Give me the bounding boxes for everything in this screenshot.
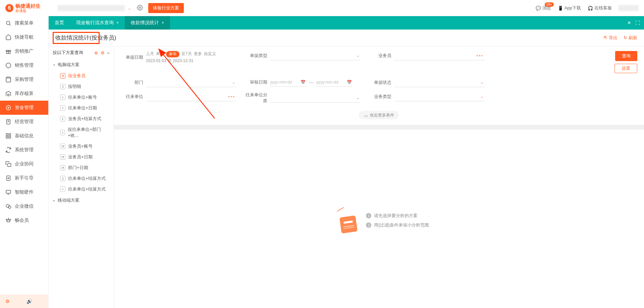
- scheme-item[interactable]: ⫿业务员+结算方式: [49, 113, 114, 124]
- svg-rect-16: [8, 163, 11, 167]
- close-icon[interactable]: ×: [116, 20, 119, 25]
- doc-type-select[interactable]: ⌄: [270, 51, 361, 60]
- settings-button[interactable]: 设置: [614, 64, 637, 73]
- scheme-group-desktop[interactable]: ▾ 电脑端方案: [49, 59, 114, 70]
- doc-status-select[interactable]: ⌄: [394, 78, 485, 87]
- filter-grid: 单据日期 上月 本月 本年 近7天 更多 自定义 20: [114, 46, 644, 109]
- step-text: 用[过滤]条件来缩小分析范围: [374, 222, 429, 228]
- calendar-icon[interactable]: 📅: [347, 80, 352, 85]
- app-download-link[interactable]: 📱 App下载: [558, 5, 581, 11]
- salesperson-select[interactable]: •••: [394, 51, 485, 60]
- chart-icon: ⟪: [60, 84, 65, 89]
- copy-icon: [5, 161, 11, 167]
- company-selector[interactable]: ⌄: [58, 5, 131, 11]
- tab-receipt-stats[interactable]: 收款情况统计 ×: [125, 16, 170, 30]
- sidebar-item-hardware[interactable]: 智能硬件: [0, 185, 48, 199]
- scheme-item[interactable]: ◔业务员+账号: [49, 141, 114, 152]
- sidebar-navigation: 搜索菜单 快捷导航 营销推广 销售管理 采购管理 库存核算: [0, 16, 48, 295]
- query-button[interactable]: 查询: [615, 51, 637, 61]
- scheme-item-label: 部门+日期: [68, 165, 88, 171]
- list-icon: ≡: [60, 105, 65, 111]
- sidebar-item-collab[interactable]: 企业协同: [0, 157, 48, 171]
- user-info[interactable]: [619, 5, 639, 11]
- online-service-link[interactable]: 🎧 在线客服: [588, 5, 612, 11]
- export-button[interactable]: ⇱ 导出: [604, 35, 618, 41]
- preset-this-year[interactable]: 本年: [166, 51, 179, 57]
- scheme-item[interactable]: ≡往来单位+日期: [49, 103, 114, 113]
- scheme-item-label: 按业务员: [68, 73, 86, 79]
- scheme-item[interactable]: ≡按往来单位+部门+收...: [49, 124, 114, 141]
- chevron-down-icon: ⌄: [480, 94, 483, 99]
- collapse-filters[interactable]: ︽ 收起更多条件: [359, 111, 399, 119]
- sidebar-item-vip[interactable]: 畅会员: [0, 213, 48, 227]
- sidebar-item-sales[interactable]: 销售管理: [0, 58, 48, 72]
- scheme-item[interactable]: ⟪按明细: [49, 81, 114, 92]
- left-sidebar: 搜索菜单 快捷导航 营销推广 销售管理 采购管理 库存核算: [0, 16, 49, 308]
- chevron-down-icon: ▾: [53, 63, 55, 67]
- scheme-group-mobile[interactable]: ▸ 移动端方案: [49, 195, 114, 206]
- placeholder-box: 1 请先选择要分析的方案 2 用[过滤]条件来缩小分析范围: [329, 208, 429, 233]
- sidebar-item-purchase[interactable]: 采购管理: [0, 72, 48, 87]
- sidebar-label: 系统管理: [15, 147, 34, 153]
- preset-7days[interactable]: 近7天: [181, 51, 192, 57]
- scheme-item[interactable]: ◔部门+日期: [49, 162, 114, 173]
- tab-label: 收款情况统计: [131, 20, 159, 26]
- svg-rect-19: [6, 190, 11, 193]
- sidebar-item-funds[interactable]: 资金管理: [0, 101, 48, 115]
- export-label: 导出: [609, 35, 618, 41]
- filter-label: 往来单位分类: [245, 92, 270, 104]
- refresh-button[interactable]: ↻ 刷新: [624, 35, 637, 41]
- scheme-item[interactable]: ≡往来单位+账号: [49, 92, 114, 103]
- filter-partner-category: 往来单位分类 ⌄: [245, 92, 369, 104]
- scheme-item[interactable]: ◔按业务员: [49, 70, 114, 81]
- scheme-header: 按以下方案查询 ⊕ ⚙ «: [49, 46, 114, 59]
- svg-point-18: [8, 178, 9, 179]
- fullscreen-icon[interactable]: ⛶: [635, 20, 640, 25]
- scheme-item[interactable]: ⟪往来单位+结算方式: [49, 173, 114, 184]
- close-icon[interactable]: ×: [162, 20, 164, 25]
- tab-home[interactable]: 首页: [49, 16, 70, 30]
- scheme-item[interactable]: ≡往来单位+结算方式: [49, 184, 114, 195]
- clock-icon: ◔: [60, 154, 65, 160]
- sidebar-item-basic[interactable]: 基础信息: [0, 129, 48, 143]
- gear-icon[interactable]: [137, 5, 143, 12]
- tab-label: 首页: [55, 20, 64, 26]
- calendar-icon[interactable]: 📅: [301, 80, 306, 85]
- business-type-select[interactable]: ⌄: [394, 92, 485, 101]
- partner-category-select[interactable]: ⌄: [270, 93, 361, 103]
- scheme-item-label: 往来单位+账号: [68, 94, 97, 100]
- preset-this-month[interactable]: 本月: [156, 51, 164, 57]
- sidebar-item-guide[interactable]: 新手引导: [0, 171, 48, 185]
- partner-select[interactable]: •••: [146, 92, 236, 101]
- sidebar-item-wechat[interactable]: 企业微信: [0, 199, 48, 213]
- messages-link[interactable]: 💬 消息 99+: [536, 5, 551, 11]
- tab-cashflow[interactable]: 现金银行流水查询 ×: [70, 16, 125, 30]
- filter-row: 部门 ⌄ 审核日期 📅: [121, 78, 637, 87]
- scheme-item-label: 按往来单位+部门+收...: [68, 126, 109, 139]
- chevron-down-icon: ⌄: [232, 80, 235, 85]
- sidebar-item-nav[interactable]: 快捷导航: [0, 30, 48, 44]
- sidebar-item-marketing[interactable]: 营销推广: [0, 44, 48, 58]
- sidebar-item-inventory[interactable]: 库存核算: [0, 87, 48, 101]
- preset-custom[interactable]: 自定义: [204, 51, 216, 57]
- department-select[interactable]: ⌄: [146, 78, 236, 87]
- add-icon[interactable]: ⊕: [94, 50, 98, 55]
- sidebar-item-search[interactable]: 搜索菜单: [0, 16, 48, 30]
- collapse-icon[interactable]: «: [107, 50, 110, 55]
- preset-last-month[interactable]: 上月: [146, 51, 154, 57]
- step-row: 2 用[过滤]条件来缩小分析范围: [366, 222, 429, 228]
- gear-icon[interactable]: ⚙: [5, 299, 10, 304]
- svg-rect-7: [8, 94, 9, 96]
- svg-rect-17: [7, 176, 10, 181]
- scheme-item[interactable]: ◔业务员+日期: [49, 152, 114, 162]
- chevron-up-icon: ︽: [364, 112, 368, 118]
- close-all-icon[interactable]: ✕: [627, 20, 631, 25]
- sound-icon[interactable]: 🔊: [26, 299, 32, 304]
- experience-button[interactable]: 体验行业方案: [148, 3, 184, 13]
- preset-more[interactable]: 更多: [194, 51, 202, 57]
- gear-icon[interactable]: ⚙: [101, 50, 105, 55]
- sidebar-item-system[interactable]: 系统管理: [0, 143, 48, 157]
- clipboard-icon: [5, 119, 11, 125]
- sidebar-item-operation[interactable]: 经营管理: [0, 115, 48, 129]
- logo-area: 6 畅捷通好生 标准版: [5, 3, 52, 13]
